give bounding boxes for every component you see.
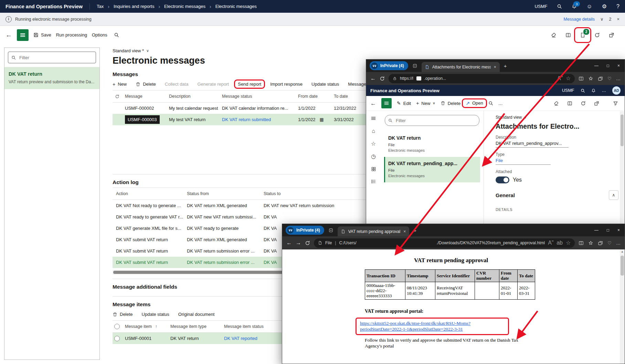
save-button[interactable]: Save (33, 32, 51, 38)
update-status-button[interactable]: Update status (142, 312, 169, 317)
nav-menu-button[interactable] (381, 98, 392, 108)
description-field[interactable]: DK VAT return_pending_approv... (496, 140, 569, 148)
expand-notifications-chevron-icon[interactable]: ∨ (600, 17, 604, 21)
calendar-icon[interactable]: ▦ (320, 117, 324, 122)
tab-close-icon[interactable]: × (494, 65, 496, 69)
column-header-description[interactable]: Description (169, 94, 222, 99)
collections-icon[interactable] (598, 76, 603, 81)
search-icon[interactable] (581, 88, 585, 93)
edit-button[interactable]: ✎Edit (397, 101, 411, 106)
view-selector[interactable]: Standard view * ∨ (113, 48, 625, 53)
company-picker[interactable]: USMF (535, 4, 548, 9)
book-icon[interactable] (565, 99, 574, 108)
send-report-button[interactable]: Send report (238, 82, 261, 87)
feedback-smiley-icon[interactable]: ☺ (586, 4, 592, 9)
recent-clock-icon[interactable]: ◷ (371, 154, 376, 159)
collapse-section-button[interactable]: ∧ (609, 190, 618, 200)
settings-gear-icon[interactable]: ⚙ (602, 4, 607, 9)
import-response-button[interactable]: Import response (270, 82, 303, 87)
read-aloud-icon[interactable]: A” (548, 240, 553, 246)
browser-tab-active[interactable]: VAT return pending approval × (338, 226, 409, 236)
maximize-icon[interactable]: □ (607, 228, 609, 232)
minimize-icon[interactable]: — (594, 64, 598, 68)
more-icon[interactable]: … (602, 88, 606, 93)
settings-more-icon[interactable]: … (616, 241, 621, 245)
open-button[interactable]: ↗Open (466, 100, 483, 106)
filter-input[interactable] (19, 55, 93, 61)
message-details-link[interactable]: Message details (564, 17, 595, 22)
new-button[interactable]: +New (113, 82, 127, 87)
new-tab-icon[interactable]: + (504, 63, 507, 68)
tax-portal-link[interactable]: https://skttsit52-por.skat.dk/ntse-front… (360, 320, 505, 332)
read-aloud-icon[interactable]: A” (557, 76, 563, 81)
breadcrumb-item-tax[interactable]: Tax (97, 4, 104, 9)
row-radio[interactable] (114, 336, 120, 341)
filter-input[interactable] (395, 118, 476, 124)
column-header-status[interactable]: Message status (222, 94, 298, 99)
search-icon[interactable] (557, 4, 562, 9)
user-avatar[interactable]: AD (612, 86, 621, 95)
attachment-item[interactable]: DK VAT return File Electronic messages (384, 131, 480, 157)
minimize-icon[interactable]: — (594, 228, 598, 232)
refresh-icon[interactable] (380, 76, 385, 81)
delete-button[interactable]: Delete (113, 312, 133, 317)
refresh-icon[interactable] (593, 31, 602, 40)
message-status-link[interactable]: DK VAT return submitted (222, 117, 271, 122)
column-header-action[interactable]: Action (113, 191, 187, 196)
close-window-icon[interactable]: × (617, 228, 620, 232)
notifications-bell-icon[interactable]: 3 (572, 4, 577, 9)
message-row[interactable]: USMF-000002 My test calendar request DK … (113, 103, 388, 114)
close-icon[interactable]: × (617, 17, 619, 21)
message-item-status-link[interactable]: DK VAT reported (224, 336, 257, 341)
message-item-id[interactable]: USMF-00001 (125, 336, 170, 341)
collections-icon[interactable] (598, 240, 603, 246)
options-button[interactable]: Options (92, 32, 107, 38)
menu-icon[interactable] (371, 116, 376, 121)
scrollbar-thumb[interactable] (621, 256, 624, 276)
general-section-header[interactable]: General ∧ (496, 190, 618, 200)
new-tab-icon[interactable]: + (413, 228, 416, 233)
original-document-button[interactable]: Original document (178, 312, 215, 317)
browser-tab-active[interactable]: Attachments for Electronic mess... × (422, 62, 500, 72)
collect-data-button[interactable]: Collect data (165, 82, 189, 87)
breadcrumb-item-inquiries[interactable]: Inquiries and reports (114, 4, 155, 9)
grid-refresh-icon[interactable] (113, 94, 125, 99)
delete-button[interactable]: Delete (441, 101, 461, 106)
favorites-star-icon[interactable]: ☆ (371, 141, 376, 147)
action-log-row[interactable]: DK VAT ready to generate VAT r... DK VAT… (113, 211, 388, 223)
processing-item-dk-vat-return[interactable]: DK VAT return VAT return preview and sub… (4, 67, 99, 89)
breadcrumb-item-electronic-messages[interactable]: Electronic messages (164, 4, 205, 9)
message-id[interactable]: USMF-000002 (125, 106, 169, 111)
forward-icon[interactable]: → (296, 240, 301, 246)
action-log-row[interactable]: DK VAT Not ready to generate ... DK VAT … (113, 200, 388, 211)
open-new-window-icon[interactable] (607, 31, 616, 40)
eraser-icon[interactable] (549, 31, 558, 40)
column-header-message-item[interactable]: Message item (125, 324, 152, 329)
column-header-message[interactable]: Message (125, 94, 169, 99)
attachment-item-selected[interactable]: DK VAT return_pending_app... File Electr… (384, 157, 480, 182)
search-icon[interactable] (112, 31, 121, 40)
inprivate-badge[interactable]: InPrivate (4) (370, 61, 408, 70)
message-id-focused-cell[interactable]: USMF-000003 (125, 115, 160, 124)
company-picker[interactable]: USMF (562, 88, 574, 93)
select-all-radio[interactable] (114, 324, 120, 329)
column-header-from-date[interactable]: From date (298, 94, 334, 99)
browser-essentials-icon[interactable]: ♡ (607, 241, 612, 245)
column-header-status-from[interactable]: Status from (187, 191, 264, 196)
back-icon[interactable]: ← (370, 100, 376, 106)
search-icon[interactable] (488, 101, 493, 106)
scrollbar-thumb[interactable] (113, 271, 288, 274)
refresh-icon[interactable] (305, 240, 310, 246)
scroll-up-arrow-icon[interactable]: ▲ (620, 250, 625, 253)
back-icon[interactable]: ← (370, 76, 376, 81)
message-row-selected[interactable]: USMF-000003 My test VAT return DK VAT re… (113, 114, 388, 125)
inprivate-badge[interactable]: InPrivate (4) (286, 226, 324, 235)
settings-more-icon[interactable]: … (616, 76, 621, 81)
column-header-item-type[interactable]: Message item type (170, 324, 224, 329)
close-window-icon[interactable]: × (617, 64, 620, 68)
maximize-icon[interactable]: □ (607, 64, 609, 68)
home-icon[interactable]: ⌂ (372, 128, 375, 134)
split-screen-icon[interactable] (579, 240, 584, 246)
generate-report-button[interactable]: Generate report (197, 82, 229, 87)
tab-actions-icon[interactable] (412, 63, 417, 68)
